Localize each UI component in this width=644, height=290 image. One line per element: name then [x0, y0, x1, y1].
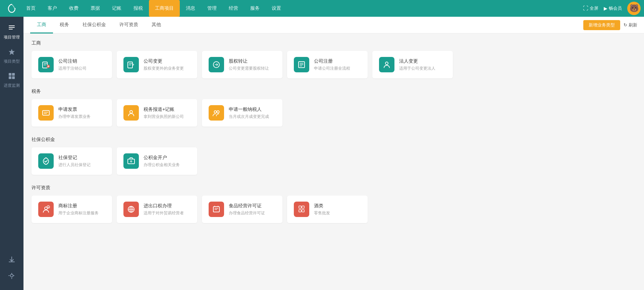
import-export-icon — [123, 202, 139, 217]
company-cancel-name: 公司注销 — [58, 58, 105, 64]
nav-industrial[interactable]: 工商项目 — [149, 0, 180, 17]
card-import-export[interactable]: 进出口权办理 适用于对外贸易经营者 — [117, 196, 197, 223]
tab-bar-actions: 新增业务类型 ↻ 刷新 — [583, 20, 637, 30]
mascot-avatar[interactable]: 🐻 — [627, 2, 641, 15]
sidebar-item-progress-monitor[interactable]: 进度监测 — [0, 68, 23, 92]
legal-change-desc: 适用于公司变更法人 — [399, 66, 446, 71]
nav-operation[interactable]: 经营 — [223, 0, 244, 17]
nav-service[interactable]: 服务 — [244, 0, 266, 17]
card-apply-invoice[interactable]: 申请发票 办理申请发票业务 — [32, 99, 112, 127]
svg-rect-30 — [302, 210, 304, 212]
sidebar-location-btn[interactable] — [0, 269, 23, 283]
company-register-name: 公司注册 — [314, 58, 361, 64]
card-company-cancel[interactable]: 公司注销 适用于注销公司 — [32, 51, 112, 78]
svg-point-17 — [214, 111, 217, 113]
company-change-name: 公司变更 — [144, 58, 191, 64]
trademark-desc: 用于企业商标注册服务 — [58, 210, 105, 216]
card-general-taxpayer[interactable]: 申请一般纳税人 当月或次月成变更完成 — [202, 99, 282, 127]
trademark-icon: R — [38, 202, 54, 217]
tab-bar: 工商 税务 社保公积金 许可资质 其他 新增业务类型 ↻ 刷新 — [23, 17, 644, 33]
svg-rect-0 — [9, 25, 15, 26]
nav-client[interactable]: 客户 — [42, 0, 63, 17]
svg-rect-7 — [12, 76, 15, 79]
card-tax-bookkeeping[interactable]: 税务报道+记账 拿到营业执照的新公司 — [117, 99, 197, 127]
card-equity-transfer[interactable]: 股权转让 公司变更需要股权转让 — [202, 51, 282, 78]
section-title-tax: 税务 — [32, 88, 636, 94]
svg-rect-15 — [43, 111, 49, 115]
tab-industrial[interactable]: 工商 — [30, 17, 53, 33]
social-insurance-icon — [38, 153, 54, 169]
member-label: 畅会员 — [609, 5, 622, 11]
company-change-info: 公司变更 股权变更外的业务变更 — [144, 58, 191, 71]
tab-tax[interactable]: 税务 — [53, 17, 76, 33]
sidebar-download-btn[interactable] — [0, 252, 23, 267]
card-trademark[interactable]: R 商标注册 用于企业商标注册服务 — [32, 196, 112, 223]
tax-bookkeeping-icon — [123, 105, 139, 121]
tab-social-fund[interactable]: 社保公积金 — [76, 17, 113, 33]
nav-items: 首页 客户 收费 票据 记账 报税 工商项目 消息 管理 经营 服务 设置 — [20, 0, 583, 17]
nav-tax[interactable]: 报税 — [127, 0, 149, 17]
card-company-change[interactable]: 公司变更 股权变更外的业务变更 — [117, 51, 197, 78]
sidebar-item-project-type[interactable]: 项目类型 — [0, 44, 23, 68]
refresh-button[interactable]: ↻ 刷新 — [624, 22, 637, 28]
food-license-icon — [209, 202, 224, 217]
equity-transfer-info: 股权转让 公司变更需要股权转让 — [229, 58, 276, 71]
company-cancel-info: 公司注销 适用于注销公司 — [58, 58, 105, 71]
nav-invoice[interactable]: 票据 — [85, 0, 106, 17]
company-register-desc: 申请公司注册全流程 — [314, 66, 361, 71]
svg-rect-27 — [299, 206, 301, 208]
general-taxpayer-info: 申请一般纳税人 当月或次月成变更完成 — [229, 106, 276, 120]
nav-manage[interactable]: 管理 — [201, 0, 223, 17]
food-license-name: 食品经营许可证 — [229, 203, 276, 209]
food-license-info: 食品经营许可证 办理食品经营许可证 — [229, 203, 276, 216]
equity-transfer-desc: 公司变更需要股权转让 — [229, 66, 276, 71]
svg-rect-4 — [9, 73, 11, 76]
nav-message[interactable]: 消息 — [180, 0, 201, 17]
card-company-register[interactable]: 公司注册 申请公司注册全流程 — [287, 51, 368, 78]
card-social-insurance[interactable]: 社保登记 进行人员社保登记 — [32, 147, 112, 175]
nav-home[interactable]: 首页 — [20, 0, 42, 17]
top-nav-right: ⛶ 全屏 ▶ 畅会员 🐻 — [583, 2, 641, 15]
member-btn[interactable]: ▶ 畅会员 — [604, 5, 622, 11]
fullscreen-btn[interactable]: ⛶ 全屏 — [583, 5, 598, 11]
svg-point-18 — [217, 111, 219, 113]
section-title-social: 社保公积金 — [32, 137, 636, 143]
legal-change-name: 法人变更 — [399, 58, 446, 64]
tab-license[interactable]: 许可资质 — [113, 17, 145, 33]
svg-point-16 — [130, 111, 132, 113]
card-grid-social: 社保登记 进行人员社保登记 公积金开户 办理公积金相关业务 — [32, 147, 636, 175]
main-layout: 项目管理 项目类型 进度监测 — [0, 17, 644, 290]
card-food-license[interactable]: 食品经营许可证 办理食品经营许可证 — [202, 196, 282, 223]
tab-other[interactable]: 其他 — [145, 17, 168, 33]
food-license-desc: 办理食品经营许可证 — [229, 210, 276, 216]
apply-invoice-info: 申请发票 办理申请发票业务 — [58, 106, 105, 120]
nav-bookkeeping[interactable]: 记账 — [106, 0, 127, 17]
trademark-name: 商标注册 — [58, 203, 105, 209]
general-taxpayer-name: 申请一般纳税人 — [229, 106, 276, 113]
svg-rect-19 — [128, 159, 135, 164]
tax-bookkeeping-info: 税务报道+记账 拿到营业执照的新公司 — [144, 106, 191, 120]
svg-point-8 — [10, 274, 13, 277]
general-taxpayer-icon — [209, 105, 224, 121]
tax-bookkeeping-name: 税务报道+记账 — [144, 106, 191, 113]
svg-point-20 — [130, 161, 132, 162]
sidebar: 项目管理 项目类型 进度监测 — [0, 17, 23, 290]
top-navigation: 首页 客户 收费 票据 记账 报税 工商项目 消息 管理 经营 服务 设置 ⛶ … — [0, 0, 644, 17]
sidebar-item-project-manage[interactable]: 项目管理 — [0, 20, 23, 44]
card-provident-fund[interactable]: 公积金开户 办理公积金相关业务 — [117, 147, 197, 175]
card-alcohol[interactable]: 酒类 零售批发 — [287, 196, 368, 223]
trademark-info: 商标注册 用于企业商标注册服务 — [58, 203, 105, 216]
play-icon: ▶ — [604, 6, 607, 11]
list-icon — [8, 24, 15, 33]
import-export-desc: 适用于对外贸易经营者 — [144, 210, 191, 216]
card-legal-change[interactable]: 法人变更 适用于公司变更法人 — [372, 51, 453, 78]
nav-fee[interactable]: 收费 — [63, 0, 85, 17]
provident-fund-info: 公积金开户 办理公积金相关业务 — [144, 155, 191, 168]
new-type-button[interactable]: 新增业务类型 — [583, 20, 620, 30]
social-insurance-name: 社保登记 — [58, 155, 105, 161]
main-scroll-content[interactable]: 工商 公司注销 适用于注销公司 — [23, 33, 644, 290]
svg-rect-2 — [9, 29, 13, 29]
content-area: 工商 税务 社保公积金 许可资质 其他 新增业务类型 ↻ 刷新 工商 — [23, 17, 644, 290]
import-export-info: 进出口权办理 适用于对外贸易经营者 — [144, 203, 191, 216]
nav-settings[interactable]: 设置 — [266, 0, 287, 17]
